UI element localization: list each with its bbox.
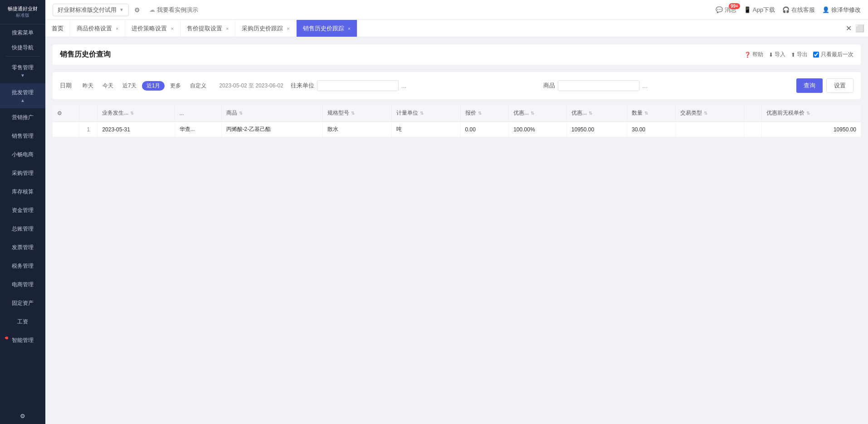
red-dot-indicator: ● [5, 336, 7, 340]
sidebar-item-ecommerce[interactable]: 电商管理 [0, 275, 45, 294]
gear-icon[interactable]: ⚙ [57, 110, 62, 116]
customer-filter-more[interactable]: ... [401, 82, 407, 89]
help-icon: ❓ [744, 52, 751, 58]
tab-price-label: 商品价格设置 [77, 24, 112, 33]
date-btn-today[interactable]: 今天 [99, 81, 117, 91]
col-discount2[interactable]: 优惠... ⇅ [567, 105, 627, 122]
topbar-right: 💬 消息 99+ 📱 App下载 🎧 在线客服 👤 徐泽华修改 [716, 6, 861, 14]
customer-filter-field: 往来单位 ... [291, 80, 536, 91]
message-button[interactable]: 💬 消息 99+ [716, 6, 736, 14]
sidebar-item-inventory[interactable]: 库存核算 [0, 183, 45, 201]
main-area: 好业财标准版交付试用 ▼ ⚙ ☁ 我要看实例演示 💬 消息 99+ 📱 App下… [45, 0, 868, 424]
tab-sale-history[interactable]: 销售历史价跟踪 × [297, 20, 357, 37]
row-product-cell: 丙烯酸-2-乙基己酯 [221, 122, 323, 137]
user-menu-button[interactable]: 👤 徐泽华修改 [822, 6, 861, 14]
tab-sale-extract[interactable]: 售价提取设置 × [180, 20, 235, 37]
only-last-checkbox[interactable] [813, 52, 819, 58]
col-spec[interactable]: 规格型号 ⇅ [323, 105, 392, 122]
chevron-up-icon: ▲ [20, 98, 25, 103]
sort-icon: ⇅ [531, 111, 534, 116]
sidebar: 畅捷通好业财 标准版 搜索菜单 快捷导航 零售管理 ▼ 批发管理 ▲ 营销推广 … [0, 0, 45, 424]
tab-purchase-strategy[interactable]: 进价策略设置 × [125, 20, 180, 37]
product-filter-more[interactable]: ... [642, 82, 648, 89]
import-icon: ⬇ [769, 52, 773, 58]
user-icon: 👤 [822, 6, 829, 13]
sidebar-item-retail[interactable]: 零售管理 ▼ [0, 58, 45, 83]
close-window-button[interactable]: ✕ [846, 24, 852, 33]
sidebar-item-sales[interactable]: 销售管理 [0, 127, 45, 145]
help-button[interactable]: ❓ 帮助 [744, 51, 763, 58]
import-button[interactable]: ⬇ 导入 [769, 51, 785, 58]
sort-icon: ⇅ [351, 111, 355, 116]
maximize-window-button[interactable]: ⬜ [855, 24, 864, 33]
tab-purchase-history[interactable]: 采购历史价跟踪 × [235, 20, 296, 37]
sidebar-item-marketing[interactable]: 营销推广 [0, 108, 45, 127]
date-btn-custom[interactable]: 自定义 [186, 81, 210, 91]
sidebar-settings-button[interactable]: ⚙ [0, 408, 45, 424]
sidebar-item-wholesale[interactable]: 批发管理 ▲ [0, 83, 45, 108]
customer-filter-label: 往来单位 [291, 82, 314, 90]
tab-price[interactable]: 商品价格设置 × [70, 20, 125, 37]
page-title: 销售历史价查询 [60, 50, 111, 59]
close-icon[interactable]: × [348, 26, 351, 31]
app-download-button[interactable]: 📱 App下载 [744, 6, 775, 14]
phone-icon: 📱 [744, 6, 751, 13]
table-row: 1 2023-05-31 华查... 丙烯酸-2-乙基己酯 散水 吨 0.00 … [53, 122, 861, 137]
sidebar-logo-sub: 标准版 [4, 12, 42, 19]
col-biz-date[interactable]: 业务发生... ⇅ [98, 105, 175, 122]
row-biz-date-cell: 2023-05-31 [98, 122, 175, 137]
date-btn-more[interactable]: 更多 [166, 81, 185, 91]
close-icon[interactable]: × [116, 26, 118, 31]
sidebar-item-accounting[interactable]: 总账管理 [0, 220, 45, 238]
sidebar-logo-text: 畅捷通好业财 [4, 5, 42, 12]
sort-icon: ⇅ [704, 111, 707, 116]
col-tx-type[interactable]: 交易类型 ⇅ [675, 105, 744, 122]
sidebar-item-purchase[interactable]: 采购管理 [0, 164, 45, 183]
sidebar-item-tax[interactable]: 税务管理 [0, 257, 45, 275]
sort-icon: ⇅ [130, 111, 134, 116]
sidebar-search[interactable]: 搜索菜单 [0, 24, 45, 41]
close-icon[interactable]: × [226, 26, 229, 31]
date-btn-yesterday[interactable]: 昨天 [79, 81, 97, 91]
sidebar-item-invoice[interactable]: 发票管理 [0, 238, 45, 257]
sidebar-item-smart[interactable]: ● 智能管理 [0, 331, 45, 350]
row-discount1-cell: 100.00% [509, 122, 567, 137]
col-discount1[interactable]: 优惠... ⇅ [509, 105, 567, 122]
col-qty[interactable]: 数量 ⇅ [627, 105, 676, 122]
sidebar-item-ecommerce-small[interactable]: 小畅电商 [0, 145, 45, 164]
tabbar: 首页 商品价格设置 × 进价策略设置 × 售价提取设置 × 采购历史价跟踪 × … [45, 20, 868, 37]
sidebar-logo: 畅捷通好业财 标准版 [0, 0, 45, 24]
settings-button[interactable]: 设置 [826, 78, 853, 93]
col-gear[interactable]: ⚙ [53, 105, 79, 122]
date-btn-last7[interactable]: 近7天 [119, 81, 140, 91]
sort-icon: ⇅ [478, 111, 482, 116]
query-button[interactable]: 查询 [796, 78, 823, 93]
demo-button[interactable]: ☁ 我要看实例演示 [149, 6, 198, 14]
col-pretax-price[interactable]: 优惠前无税单价 ⇅ [762, 105, 861, 122]
online-service-button[interactable]: 🎧 在线客服 [782, 6, 815, 14]
topbar: 好业财标准版交付试用 ▼ ⚙ ☁ 我要看实例演示 💬 消息 99+ 📱 App下… [45, 0, 868, 20]
filter-bar: 日期 昨天 今天 近7天 近1月 更多 自定义 2023-05-02 至 202… [53, 72, 861, 99]
row-spec-cell: 散水 [323, 122, 392, 137]
product-filter-input[interactable] [558, 80, 639, 91]
settings-icon[interactable]: ⚙ [134, 6, 140, 14]
sidebar-item-payroll[interactable]: 工资 [0, 313, 45, 331]
sidebar-item-finance[interactable]: 资金管理 [0, 201, 45, 220]
message-icon: 💬 [716, 6, 723, 13]
col-price[interactable]: 报价 ⇅ [460, 105, 509, 122]
customer-filter-input[interactable] [317, 80, 399, 91]
export-button[interactable]: ⬆ 导出 [791, 51, 808, 58]
col-unit[interactable]: 计量单位 ⇅ [392, 105, 461, 122]
version-selector[interactable]: 好业财标准版交付试用 ▼ [53, 4, 129, 16]
tab-purchase-history-label: 采购历史价跟踪 [242, 24, 283, 33]
sidebar-quick-nav[interactable]: 快捷导航 [0, 41, 45, 54]
close-icon[interactable]: × [287, 26, 289, 31]
data-table: ⚙ 业务发生... ⇅ ... [53, 105, 861, 137]
tab-sale-history-label: 销售历史价跟踪 [303, 24, 344, 33]
col-more[interactable]: ... [175, 105, 221, 122]
date-btn-last1month[interactable]: 近1月 [142, 81, 165, 91]
close-icon[interactable]: × [171, 26, 173, 31]
sidebar-item-fixed-assets[interactable]: 固定资产 [0, 294, 45, 313]
tab-home[interactable]: 首页 [45, 20, 70, 37]
col-product[interactable]: 商品 ⇅ [221, 105, 323, 122]
